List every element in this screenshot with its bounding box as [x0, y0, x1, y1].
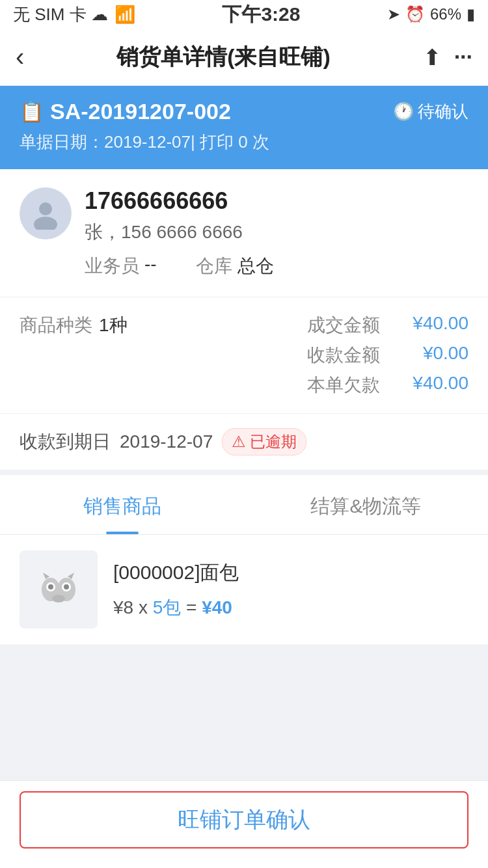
product-item: [0000002]面包 ¥8 x 5包 = ¥40	[0, 535, 488, 645]
product-info: [0000002]面包 ¥8 x 5包 = ¥40	[113, 560, 468, 620]
status-time: 下午3:28	[222, 1, 300, 28]
tab-settlement[interactable]: 结算&物流等	[244, 475, 488, 534]
tab-active-indicator	[106, 532, 139, 534]
confirm-order-button[interactable]: 旺铺订单确认	[20, 791, 468, 848]
product-quantity: 5包	[153, 597, 182, 617]
tab-sales-products[interactable]: 销售商品	[0, 475, 244, 534]
nav-bar: ‹ 销货单详情(来自旺铺) ⬆ ···	[0, 29, 488, 86]
amount-info: 成交金额 ¥40.00 收款金额 ¥0.00 本单欠款 ¥40.00	[307, 313, 468, 398]
status-bar: 无 SIM 卡 ☁ 📶 下午3:28 ➤ ⏰ 66% ▮	[0, 0, 488, 29]
received-amount-value: ¥0.00	[390, 343, 468, 368]
product-total: ¥40	[202, 597, 232, 617]
customer-avatar	[20, 187, 72, 239]
deal-amount-row: 成交金额 ¥40.00	[307, 313, 468, 338]
svg-point-7	[64, 584, 69, 590]
multiply-sign: x	[139, 597, 153, 617]
category-value: 1种	[99, 313, 128, 338]
products-section: [0000002]面包 ¥8 x 5包 = ¥40	[0, 535, 488, 645]
product-name: [0000002]面包	[113, 560, 468, 586]
due-date-label: 收款到期日	[20, 429, 111, 454]
category-info: 商品种类 1种	[20, 313, 128, 338]
tabs-section: 销售商品 结算&物流等	[0, 475, 488, 535]
owed-amount-value: ¥40.00	[390, 373, 468, 398]
deal-amount-label: 成交金额	[307, 313, 380, 338]
battery-percent: 66%	[430, 5, 461, 23]
clock-icon: 🕐	[393, 102, 414, 122]
deal-amount-value: ¥40.00	[390, 313, 468, 338]
overdue-text: 已逾期	[250, 431, 297, 452]
svg-point-8	[52, 595, 65, 603]
customer-phone: 17666666666	[85, 187, 468, 215]
customer-section: 17666666666 张，156 6666 6666 业务员 -- 仓库 总仓	[0, 169, 488, 297]
product-price: ¥8 x 5包 = ¥40	[113, 595, 468, 620]
due-date-value: 2019-12-07	[120, 431, 213, 452]
order-icon: 📋	[20, 100, 44, 123]
sales-info: 业务员 --	[85, 254, 157, 278]
nav-actions: ⬆ ···	[423, 44, 472, 70]
due-date-section: 收款到期日 2019-12-07 ⚠ 已逾期	[0, 414, 488, 475]
no-sim-text: 无 SIM 卡 ☁	[13, 3, 108, 26]
warehouse-label: 仓库	[196, 254, 232, 278]
svg-point-6	[48, 584, 53, 590]
more-icon[interactable]: ···	[454, 44, 472, 70]
received-amount-label: 收款金额	[307, 343, 380, 368]
back-button[interactable]: ‹	[16, 42, 24, 72]
alarm-icon: ⏰	[405, 5, 425, 23]
customer-meta: 业务员 -- 仓库 总仓	[85, 254, 468, 278]
order-date: 单据日期：2019-12-07| 打印 0 次	[20, 131, 468, 154]
sales-value: --	[144, 254, 157, 278]
empty-area	[0, 645, 488, 788]
product-thumbnail	[20, 550, 98, 629]
status-right: ➤ ⏰ 66% ▮	[387, 5, 475, 23]
customer-info: 17666666666 张，156 6666 6666 业务员 -- 仓库 总仓	[85, 187, 468, 278]
location-icon: ➤	[387, 5, 400, 23]
svg-marker-10	[68, 573, 74, 579]
page-title: 销货单详情(来自旺铺)	[116, 42, 331, 72]
equals-sign: =	[186, 597, 202, 617]
battery-icon: ▮	[467, 5, 475, 23]
status-left: 无 SIM 卡 ☁ 📶	[13, 3, 135, 26]
order-id: 📋 SA-20191207-002	[20, 99, 231, 124]
order-header: 📋 SA-20191207-002 🕐 待确认 单据日期：2019-12-07|…	[0, 86, 488, 169]
category-label: 商品种类	[20, 313, 92, 338]
customer-name: 张，156 6666 6666	[85, 220, 468, 245]
overdue-icon: ⚠	[232, 433, 246, 451]
order-status: 🕐 待确认	[393, 100, 468, 123]
svg-point-0	[39, 202, 52, 215]
svg-marker-9	[43, 573, 49, 579]
wifi-icon: 📶	[115, 5, 135, 25]
warehouse-info: 仓库 总仓	[196, 254, 274, 278]
bottom-bar: 旺铺订单确认	[0, 780, 488, 868]
share-icon[interactable]: ⬆	[423, 44, 441, 70]
price-unit: ¥8	[113, 597, 133, 617]
sales-label: 业务员	[85, 254, 139, 278]
owed-amount-row: 本单欠款 ¥40.00	[307, 373, 468, 398]
summary-section: 商品种类 1种 成交金额 ¥40.00 收款金额 ¥0.00 本单欠款 ¥40.…	[0, 297, 488, 414]
warehouse-value: 总仓	[237, 254, 274, 278]
overdue-badge: ⚠ 已逾期	[222, 428, 306, 455]
owed-amount-label: 本单欠款	[307, 373, 380, 398]
received-amount-row: 收款金额 ¥0.00	[307, 343, 468, 368]
svg-point-1	[34, 217, 57, 230]
